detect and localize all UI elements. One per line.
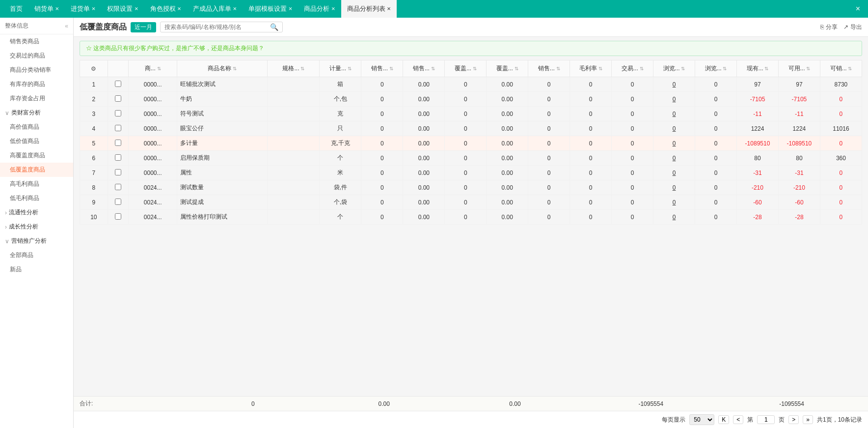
nav-sales-order[interactable]: 销货单 × (28, 0, 65, 18)
date-filter-button[interactable]: 近一月 (131, 22, 156, 32)
row-checkbox[interactable] (108, 151, 128, 166)
page-input[interactable] (757, 415, 775, 424)
row-checkbox[interactable] (108, 121, 128, 136)
nav-finished-goods[interactable]: 产成品入库单 × (187, 0, 243, 18)
sidebar-group-marketing-title[interactable]: ∨ 营销推广分析 (0, 234, 73, 248)
window-close-button[interactable]: × (852, 4, 864, 13)
trade-column-header[interactable]: 交易... ⇅ (612, 60, 653, 77)
row-checkbox[interactable] (108, 136, 128, 151)
row-sellable: 0 (820, 195, 862, 210)
browse2-column-header[interactable]: 浏览... ⇅ (695, 60, 737, 77)
row-trade: 0 (612, 151, 653, 166)
row-browse1[interactable]: 0 (653, 77, 695, 92)
sidebar-item-stock-capital[interactable]: 库存资金占用 (0, 91, 73, 106)
sales-qty-column-header[interactable]: 销售... ⇅ (361, 60, 403, 77)
row-browse1[interactable]: 0 (653, 195, 695, 210)
sidebar-group-circulation-title[interactable]: › 流通性分析 (0, 205, 73, 220)
row-checkbox[interactable] (108, 180, 128, 195)
row-browse1[interactable]: 0 (653, 151, 695, 166)
row-name: 多计量 (177, 136, 268, 151)
sidebar-item-low-margin[interactable]: 低毛利商品 (0, 191, 73, 205)
search-input[interactable] (164, 24, 270, 30)
nav-product-analysis-list[interactable]: 商品分析列表 × (341, 0, 397, 18)
share-button[interactable]: ⎘ 分享 (820, 23, 838, 31)
row-coverage2: 0.00 (487, 107, 528, 121)
row-browse1[interactable]: 0 (653, 92, 695, 107)
row-checkbox[interactable] (108, 210, 128, 225)
coverage2-column-header[interactable]: 覆盖... ⇅ (487, 60, 528, 77)
row-gross-rate: 0 (570, 121, 612, 136)
sales-amt-column-header[interactable]: 销售... ⇅ (403, 60, 445, 77)
first-page-button[interactable]: K (718, 415, 729, 424)
coverage1-column-header[interactable]: 覆盖... ⇅ (445, 60, 487, 77)
next-page-button[interactable]: > (788, 415, 799, 424)
row-code: 0000... (129, 107, 177, 121)
sidebar-group-wealth-title[interactable]: ∨ 类财富分析 (0, 106, 73, 120)
page-title: 低覆盖度商品 (80, 22, 127, 32)
nav-purchase-order[interactable]: 进货单 × (65, 0, 101, 18)
row-sales-amt: 0.00 (403, 92, 445, 107)
row-browse1[interactable]: 0 (653, 210, 695, 225)
row-coverage2: 0.00 (487, 180, 528, 195)
row-name: 牛奶 (177, 92, 268, 107)
row-browse1[interactable]: 0 (653, 180, 695, 195)
row-sellable: 11016 (820, 121, 862, 136)
row-name: 测试提成 (177, 195, 268, 210)
nav-product-analysis[interactable]: 商品分析 × (298, 0, 341, 18)
nav-role-auth[interactable]: 角色授权 × (144, 0, 187, 18)
row-checkbox[interactable] (108, 77, 128, 92)
page-label: 第 (747, 416, 753, 424)
sidebar-item-high-margin[interactable]: 高毛利商品 (0, 177, 73, 191)
row-browse1[interactable]: 0 (653, 107, 695, 121)
sidebar-item-low-coverage[interactable]: 低覆盖度商品 (0, 163, 73, 177)
last-page-button[interactable]: » (803, 415, 813, 424)
sidebar-item-category-rate[interactable]: 商品分类动销率 (0, 63, 73, 77)
browse1-column-header[interactable]: 浏览... ⇅ (653, 60, 695, 77)
sidebar-header-label: 整体信息 (5, 22, 28, 30)
row-browse1[interactable]: 0 (653, 136, 695, 151)
sidebar-item-traded-goods[interactable]: 交易过的商品 (0, 49, 73, 63)
per-page-select[interactable]: 50 20 100 (689, 414, 714, 425)
nav-permissions[interactable]: 权限设置 × (101, 0, 144, 18)
row-checkbox[interactable] (108, 166, 128, 180)
name-column-header[interactable]: 商品名称 ⇅ (177, 60, 268, 77)
row-gross-rate: 0 (570, 92, 612, 107)
row-idx: 1 (80, 77, 108, 92)
sellable-column-header[interactable]: 可销... ⇅ (820, 60, 862, 77)
row-checkbox[interactable] (108, 107, 128, 121)
sidebar-item-sales-goods[interactable]: 销售类商品 (0, 34, 73, 49)
available-stock-column-header[interactable]: 可用... ⇅ (778, 60, 820, 77)
sales-extra-column-header[interactable]: 销售... ⇅ (528, 60, 570, 77)
spec-column-header[interactable]: 规格... ⇅ (268, 60, 320, 77)
row-coverage2: 0.00 (487, 210, 528, 225)
table-container[interactable]: ⚙ 商... ⇅ 商品名称 ⇅ 规格... ⇅ 计量... ⇅ 销售... ⇅ … (74, 60, 868, 396)
sidebar-item-all-goods[interactable]: 全部商品 (0, 248, 73, 262)
row-checkbox[interactable] (108, 92, 128, 107)
sidebar-item-stocked-goods[interactable]: 有库存的商品 (0, 77, 73, 91)
settings-column-header[interactable]: ⚙ (80, 60, 108, 77)
current-stock-column-header[interactable]: 现有... ⇅ (737, 60, 779, 77)
unit-column-header[interactable]: 计量... ⇅ (320, 60, 361, 77)
row-coverage2: 0.00 (487, 195, 528, 210)
export-button[interactable]: ↗ 导出 (843, 23, 862, 31)
nav-home[interactable]: 首页 (4, 0, 28, 18)
row-sales-qty: 0 (361, 107, 403, 121)
data-table: ⚙ 商... ⇅ 商品名称 ⇅ 规格... ⇅ 计量... ⇅ 销售... ⇅ … (80, 60, 862, 225)
nav-template-settings[interactable]: 单据模板设置 × (243, 0, 298, 18)
sidebar-group-growth-title[interactable]: › 成长性分析 (0, 220, 73, 234)
gross-rate-column-header[interactable]: 毛利率 ⇅ (570, 60, 612, 77)
sidebar-item-new-goods[interactable]: 新品 (0, 262, 73, 277)
row-unit: 个 (320, 210, 361, 225)
sidebar-item-high-coverage[interactable]: 高覆盖度商品 (0, 148, 73, 163)
table-row: 3 0000... 符号测试 克 0 0.00 0 0.00 0 0 0 0 0… (80, 107, 862, 121)
sidebar-item-high-value[interactable]: 高价值商品 (0, 120, 73, 134)
prev-page-button[interactable]: < (733, 415, 743, 424)
row-browse1[interactable]: 0 (653, 121, 695, 136)
row-checkbox[interactable] (108, 195, 128, 210)
total-records: 共1页，10条记录 (817, 416, 862, 424)
code-column-header[interactable]: 商... ⇅ (129, 60, 177, 77)
sidebar-collapse-button[interactable]: « (65, 23, 68, 29)
row-browse1[interactable]: 0 (653, 166, 695, 180)
row-spec (268, 151, 320, 166)
sidebar-item-low-value[interactable]: 低价值商品 (0, 134, 73, 148)
